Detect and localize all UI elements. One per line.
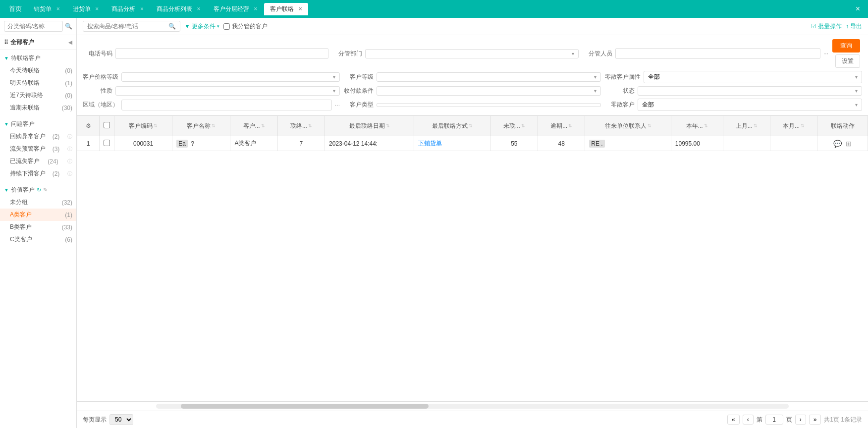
tab-product-analysis-list[interactable]: 商品分析列表 × <box>151 3 207 15</box>
next-page-btn[interactable]: › <box>795 415 806 425</box>
table-header-row: ⚙ 客户编码 ⇅ 客户名称 <box>77 116 868 136</box>
value-customers-header[interactable]: ▼ 价值客户 ↻ ✎ <box>0 184 76 196</box>
qr-icon[interactable]: ⊞ <box>846 140 852 148</box>
retail-arrow-icon: ▾ <box>855 102 858 107</box>
sidebar-item-class-c[interactable]: C类客户 (6) <box>0 233 76 246</box>
edit-icon[interactable]: ✎ <box>43 187 48 193</box>
scrollbar-thumb[interactable] <box>181 404 429 409</box>
price-level-select[interactable]: ▾ <box>121 72 340 82</box>
sidebar-search-icon[interactable]: 🔍 <box>65 23 72 30</box>
pending-contact-header[interactable]: ▼ 待联络客户 <box>0 52 76 64</box>
action-icons-group: 💬 ⊞ <box>821 140 864 148</box>
cust-level-arrow-icon: ▾ <box>594 74 597 80</box>
row-last-method[interactable]: 下销货单 <box>414 136 490 151</box>
dept-select[interactable]: ▾ <box>365 49 578 58</box>
person-label: 分管人员 <box>583 50 612 58</box>
close-purchase-order[interactable]: × <box>95 5 99 12</box>
cust-level-label: 客户等级 <box>344 73 374 81</box>
first-page-btn[interactable]: « <box>727 415 740 425</box>
phone-input[interactable] <box>115 48 328 59</box>
close-customer-contact[interactable]: × <box>299 5 302 12</box>
close-customer-segmentation[interactable]: × <box>254 5 257 12</box>
filter-row-2: 客户价格等级 ▾ 客户等级 ▾ 零散客户属性 全部 <box>83 71 862 83</box>
my-customers-label: 我分管的客户 <box>232 22 268 31</box>
col-checkbox <box>100 116 114 136</box>
problem-customers-group: ▼ 问题客户 回购异常客户 (2) ⓘ 流失预警客户 (3) ⓘ 已流失客户 (… <box>0 116 76 182</box>
prev-page-btn[interactable]: ‹ <box>743 415 754 425</box>
filter-search-icon[interactable]: 🔍 <box>168 23 176 30</box>
person-input[interactable] <box>615 48 820 59</box>
tab-product-analysis[interactable]: 商品分析 × <box>106 3 150 15</box>
advanced-filter: 电话号码 分管部门 ▾ 分管人员 ··· 查询 设置 <box>77 35 868 115</box>
retail-attr-select[interactable]: 全部 ▾ <box>644 71 862 83</box>
value-customers-label: 价值客户 <box>11 186 35 194</box>
phone-field: 电话号码 <box>83 48 328 59</box>
sidebar-item-class-a[interactable]: A类客户 (1) <box>0 209 76 221</box>
tab-purchase-order[interactable]: 进货单 × <box>67 3 105 15</box>
tab-customer-segmentation[interactable]: 客户分层经营 × <box>208 3 264 15</box>
nature-arrow-icon: ▾ <box>333 88 335 94</box>
page-label: 第 <box>757 416 762 424</box>
refresh-icon[interactable]: ↻ <box>37 187 41 193</box>
problem-customers-header[interactable]: ▼ 问题客户 <box>0 118 76 130</box>
page-input[interactable] <box>765 415 783 425</box>
query-button[interactable]: 查询 <box>832 39 860 53</box>
sidebar-search-input[interactable] <box>4 21 63 32</box>
export-btn[interactable]: ↑ 导出 <box>846 22 862 31</box>
area-more-dots-icon[interactable]: ··· <box>335 102 340 108</box>
sidebar-item-class-b[interactable]: B类客户 (33) <box>0 221 76 233</box>
row-checkbox-cell <box>100 136 114 151</box>
row-checkbox[interactable] <box>104 140 110 146</box>
retail-select[interactable]: 全部 ▾ <box>638 99 862 111</box>
problem-customers-label: 问题客户 <box>11 120 35 128</box>
cust-type-field: 客户类型 <box>344 101 601 109</box>
more-dots-icon[interactable]: ··· <box>823 50 828 57</box>
per-page-select[interactable]: 50 <box>109 414 133 425</box>
all-customers-header[interactable]: ⠿ 全部客户 ◀ <box>0 35 76 50</box>
status-select[interactable]: ▾ <box>638 86 862 96</box>
select-all-checkbox[interactable] <box>104 122 110 128</box>
sidebar-item-today[interactable]: 今天待联络 (0) <box>0 64 76 77</box>
window-close-button[interactable]: × <box>852 4 864 13</box>
batch-operation-btn[interactable]: ☑ 批量操作 <box>811 22 842 31</box>
pending-contact-label: 待联络客户 <box>11 54 41 62</box>
my-customers-checkbox[interactable] <box>223 23 230 30</box>
tab-customer-contact[interactable]: 客户联络 × <box>264 3 308 15</box>
filter-search-input[interactable] <box>87 23 166 30</box>
filter-bar: 🔍 ▼ 更多条件 ▾ 我分管的客户 ☑ 批量操作 ↑ 导出 <box>77 18 868 35</box>
last-page-btn[interactable]: » <box>809 415 821 425</box>
tmonth-sort-icon: ⇅ <box>801 123 805 128</box>
status-field: 状态 ▾ <box>605 86 862 96</box>
retail-label: 零散客户 <box>605 101 635 109</box>
cust-level-field: 客户等级 ▾ <box>344 72 601 82</box>
col-gear[interactable]: ⚙ <box>77 116 100 136</box>
cust-level-select[interactable]: ▾ <box>377 72 601 82</box>
payment-select[interactable]: ▾ <box>377 86 601 96</box>
sidebar-item-declining[interactable]: 持续下滑客户 (2) ⓘ <box>0 167 76 180</box>
settings-button[interactable]: 设置 <box>835 54 860 68</box>
area-input[interactable] <box>121 100 332 110</box>
sidebar-item-unclassified[interactable]: 未分组 (32) <box>0 196 76 209</box>
sidebar-item-churn-warning[interactable]: 流失预警客户 (3) ⓘ <box>0 143 76 155</box>
chat-icon[interactable]: 💬 <box>833 140 842 148</box>
sidebar-item-7days[interactable]: 近7天待联络 (0) <box>0 89 76 102</box>
sidebar-item-tomorrow[interactable]: 明天待联络 (1) <box>0 77 76 89</box>
filter-icon: ▼ <box>184 23 190 30</box>
sidebar-item-churned[interactable]: 已流失客户 (24) ⓘ <box>0 155 76 167</box>
cust-type-select[interactable] <box>377 103 601 107</box>
nature-select[interactable]: ▾ <box>115 86 340 96</box>
gear-icon[interactable]: ⚙ <box>81 119 95 133</box>
close-product-analysis[interactable]: × <box>140 5 144 12</box>
my-customers-checkbox-area: 我分管的客户 <box>223 22 268 31</box>
person-field: 分管人员 ··· <box>583 48 828 59</box>
row-overdue: 48 <box>538 136 585 151</box>
row-this-month <box>770 136 817 151</box>
home-tab[interactable]: 首页 <box>4 2 27 15</box>
close-sales-order[interactable]: × <box>56 5 60 12</box>
sidebar-item-repurchase-abnormal[interactable]: 回购异常客户 (2) ⓘ <box>0 130 76 143</box>
tab-sales-order[interactable]: 销货单 × <box>28 3 66 15</box>
date-sort-icon: ⇅ <box>386 123 390 128</box>
more-filters-btn[interactable]: ▼ 更多条件 ▾ <box>184 22 219 31</box>
close-product-analysis-list[interactable]: × <box>197 5 201 12</box>
sidebar-item-overdue[interactable]: 逾期未联络 (30) <box>0 102 76 114</box>
